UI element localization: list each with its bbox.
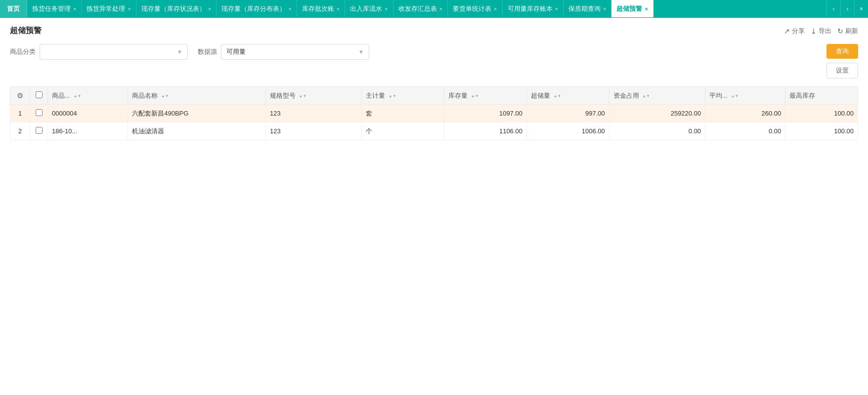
nav-tab-close-6[interactable]: × (439, 6, 442, 12)
nav-tab-label-10: 超储预警 (616, 4, 642, 13)
nav-home[interactable]: 首页 (0, 0, 27, 17)
row-avg-1: 0.00 (705, 122, 785, 140)
row-select-1[interactable] (36, 127, 43, 134)
col-header-capital: 资金占用 ▲▼ (609, 87, 705, 105)
filter-actions: 查询 设置 (826, 44, 858, 79)
page-header: 超储预警 ↗ 分享 ⤓ 导出 ↻ 刷新 (10, 26, 858, 36)
nav-tab-3[interactable]: 现存量（库存分布表） × (217, 0, 297, 17)
nav-tab-7[interactable]: 要货单统计表 × (448, 0, 502, 17)
filter-category-group: 商品分类 ▼ (10, 44, 188, 60)
row-capital-0: 259220.00 (609, 105, 705, 122)
col-header-avg: 平均... ▲▼ (705, 87, 785, 105)
nav-tab-10[interactable]: 超储预警 × (611, 0, 653, 17)
category-label: 商品分类 (10, 47, 36, 56)
row-name-0: 六配套新昌490BPG (128, 105, 266, 122)
row-name-1: 机油滤清器 (128, 122, 266, 140)
col-header-spec: 规格型号 ▲▼ (265, 87, 361, 105)
datasource-arrow-icon: ▼ (358, 49, 364, 55)
nav-tab-close-8[interactable]: × (555, 6, 558, 12)
sort-icon-spec[interactable]: ▲▼ (299, 94, 307, 98)
nav-arrows: ‹ › × (826, 0, 868, 18)
sort-icon-avg[interactable]: ▲▼ (731, 94, 739, 98)
sort-icon-code[interactable]: ▲▼ (73, 94, 81, 98)
sort-icon-overstock[interactable]: ▲▼ (554, 94, 562, 98)
nav-tab-label-3: 现存量（库存分布表） (221, 4, 286, 13)
row-index-0: 1 (10, 105, 30, 122)
row-select-0[interactable] (36, 109, 43, 116)
nav-tab-1[interactable]: 拣货异常处理 × (82, 0, 136, 17)
sort-icon-unit[interactable]: ▲▼ (389, 94, 396, 98)
sort-icon-stock[interactable]: ▲▼ (471, 94, 479, 98)
refresh-button[interactable]: ↻ 刷新 (837, 27, 858, 36)
col-header-checkbox (30, 87, 48, 105)
filter-area: 商品分类 ▼ 数据源 可用量 ▼ 查询 设置 (10, 44, 858, 79)
row-code-1: 186-10... (48, 122, 128, 140)
nav-next-btn[interactable]: › (840, 0, 854, 18)
nav-tab-8[interactable]: 可用量库存账本 × (503, 0, 564, 17)
share-button[interactable]: ↗ 分享 (784, 27, 805, 36)
share-label: 分享 (792, 27, 805, 36)
nav-tab-label-7: 要货单统计表 (453, 4, 491, 13)
nav-close-all-btn[interactable]: × (854, 0, 868, 18)
filter-datasource-group: 数据源 可用量 ▼ (198, 44, 369, 60)
sort-icon-capital[interactable]: ▲▼ (642, 94, 650, 98)
settings-button[interactable]: 设置 (826, 63, 858, 79)
table-header-row: ⚙ 商品... ▲▼ 商品名称 ▲▼ 规格型号 ▲▼ 主计 (10, 87, 858, 105)
category-select[interactable]: ▼ (40, 44, 188, 60)
nav-prev-btn[interactable]: ‹ (826, 0, 840, 18)
nav-tab-label-6: 收发存汇总表 (398, 4, 437, 13)
nav-tab-label-1: 拣货异常处理 (87, 4, 125, 13)
row-checkbox-1 (30, 122, 48, 140)
sort-icon-name[interactable]: ▲▼ (161, 94, 169, 98)
nav-tab-close-10[interactable]: × (645, 6, 648, 12)
col-header-overstock: 超储量 ▲▼ (526, 87, 609, 105)
page-title: 超储预警 (10, 26, 42, 36)
refresh-label: 刷新 (845, 27, 858, 36)
col-header-name: 商品名称 ▲▼ (128, 87, 266, 105)
table-body: 1 0000004 六配套新昌490BPG 123 套 1097.00 997.… (10, 105, 858, 140)
nav-tab-2[interactable]: 现存量（库存状况表） × (136, 0, 217, 17)
page-container: 超储预警 ↗ 分享 ⤓ 导出 ↻ 刷新 商品分类 ▼ 数据源 (0, 18, 868, 148)
nav-tab-close-1[interactable]: × (128, 6, 130, 12)
col-header-max-stock: 最高库存 (785, 87, 858, 105)
select-all-checkbox[interactable] (36, 91, 43, 98)
toolbar-right: ↗ 分享 ⤓ 导出 ↻ 刷新 (784, 27, 858, 36)
nav-tab-close-7[interactable]: × (494, 6, 497, 12)
nav-tab-close-3[interactable]: × (288, 6, 291, 12)
row-stock-1: 1106.00 (444, 122, 527, 140)
nav-tab-close-5[interactable]: × (385, 6, 388, 12)
row-spec-1: 123 (265, 122, 361, 140)
row-spec-0: 123 (265, 105, 361, 122)
nav-tab-0[interactable]: 拣货任务管理 × (27, 0, 82, 17)
export-icon: ⤓ (811, 27, 817, 35)
col-header-code: 商品... ▲▼ (48, 87, 128, 105)
datasource-value: 可用量 (226, 47, 246, 56)
row-index-1: 2 (10, 122, 30, 140)
col-header-settings: ⚙ (10, 87, 30, 105)
top-nav: 首页 拣货任务管理 × 拣货异常处理 × 现存量（库存状况表） × 现存量（库存… (0, 0, 868, 18)
nav-tab-4[interactable]: 库存批次账 × (297, 0, 345, 17)
row-avg-0: 260.00 (705, 105, 785, 122)
row-capital-1: 0.00 (609, 122, 705, 140)
table-row: 1 0000004 六配套新昌490BPG 123 套 1097.00 997.… (10, 105, 858, 122)
nav-tab-9[interactable]: 保质期查询 × (564, 0, 611, 17)
table-gear-icon[interactable]: ⚙ (17, 91, 23, 100)
query-button[interactable]: 查询 (826, 44, 858, 59)
nav-tab-5[interactable]: 出入库流水 × (345, 0, 393, 17)
export-label: 导出 (819, 27, 831, 36)
nav-home-label: 首页 (7, 4, 20, 13)
nav-tab-label-9: 保质期查询 (568, 4, 601, 13)
nav-tab-6[interactable]: 收发存汇总表 × (393, 0, 448, 17)
export-button[interactable]: ⤓ 导出 (811, 27, 831, 36)
refresh-icon: ↻ (837, 27, 843, 35)
nav-tab-close-9[interactable]: × (603, 6, 606, 12)
row-unit-1: 个 (362, 122, 444, 140)
nav-tab-close-0[interactable]: × (73, 6, 76, 12)
nav-tab-close-2[interactable]: × (208, 6, 211, 12)
table-row: 2 186-10... 机油滤清器 123 个 1106.00 1006.00 … (10, 122, 858, 140)
row-stock-0: 1097.00 (444, 105, 527, 122)
datasource-select[interactable]: 可用量 ▼ (221, 44, 369, 60)
nav-tab-close-4[interactable]: × (337, 6, 340, 12)
col-header-unit: 主计量 ▲▼ (362, 87, 444, 105)
row-unit-0: 套 (362, 105, 444, 122)
